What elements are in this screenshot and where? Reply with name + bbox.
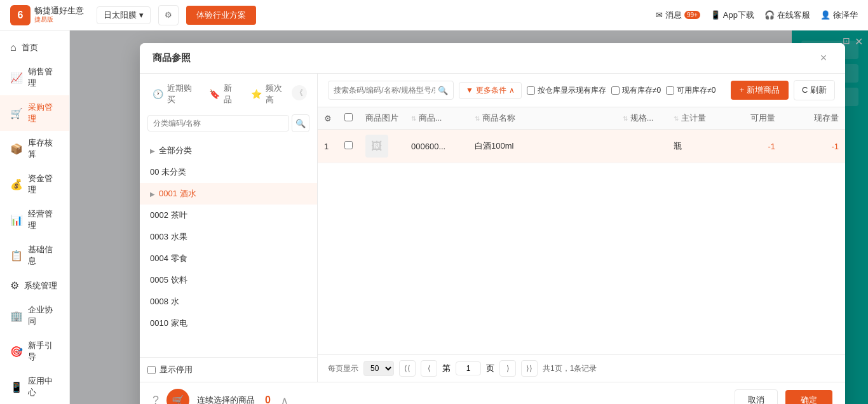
tab-recent[interactable]: 🕐 近期购买 — [145, 79, 200, 109]
app-download-label: App下载 — [723, 10, 754, 21]
help-icon[interactable]: ? — [153, 394, 159, 405]
avatar-icon: 👤 — [820, 10, 831, 20]
refresh-btn[interactable]: C 刷新 — [794, 80, 835, 100]
sidebar-item-finance[interactable]: 💰 资金管理 — [0, 166, 69, 202]
cancel-btn[interactable]: 取消 — [735, 389, 778, 404]
stock-ne0-checkbox[interactable]: 现有库存≠0 — [611, 85, 661, 96]
online-service-btn[interactable]: 🎧 在线客服 — [764, 10, 810, 21]
right-panel: 🔍 ▼ 更多条件 ∧ 按仓库显示现有库存 — [318, 74, 845, 382]
last-page-btn[interactable]: ⟩⟩ — [521, 360, 538, 377]
sidebar-label-system: 系统管理 — [24, 280, 57, 292]
cat-all[interactable]: ▶ 全部分类 — [140, 140, 317, 161]
headset-icon: 🎧 — [764, 10, 775, 20]
system-icon: ⚙ — [10, 279, 19, 292]
cart-icon[interactable]: 🛒 — [166, 389, 189, 404]
collapse-left-btn[interactable]: 《 — [292, 85, 307, 100]
row-num: 1 — [324, 142, 329, 151]
filter-icon: ▼ — [466, 86, 473, 95]
product-search-input[interactable] — [334, 86, 435, 95]
col-spec-header[interactable]: ⇅ 规格... — [616, 107, 667, 130]
show-disabled-checkbox[interactable] — [147, 366, 156, 374]
modal-close-btn[interactable]: × — [815, 50, 832, 67]
cat-0001[interactable]: ▶ 0001 酒水 — [140, 183, 317, 205]
col-settings-header[interactable]: ⚙ — [318, 107, 338, 130]
add-product-btn[interactable]: + 新增商品 — [731, 81, 789, 100]
product-search-icon[interactable]: 🔍 — [438, 86, 448, 95]
guide-icon: 🎯 — [10, 346, 23, 358]
cart-count: 0 — [265, 394, 271, 404]
avail-ne0-checkbox[interactable]: 可用库存≠0 — [666, 85, 715, 96]
sidebar-item-enterprise[interactable]: 🏢 企业协同 — [0, 298, 69, 333]
per-page-select[interactable]: 50 — [363, 361, 394, 376]
sidebar-item-guide[interactable]: 🎯 新手引导 — [0, 333, 69, 369]
first-page-btn[interactable]: ⟨⟨ — [399, 360, 416, 377]
next-page-btn[interactable]: ⟩ — [499, 360, 516, 377]
modal-body: 🕐 近期购买 🔖 新品 ⭐ 频次高 — [140, 74, 845, 382]
product-table: ⚙ 商品图片 ⇅ 商品... — [318, 107, 845, 163]
row-stock-cell: -1 — [782, 130, 845, 163]
col-unit-header[interactable]: ⇅ 主计量 — [667, 107, 718, 130]
filter-collapse-icon: ∧ — [509, 86, 515, 95]
settings-icon[interactable]: ⚙ — [158, 5, 179, 25]
cat-00-label: 00 未分类 — [150, 166, 186, 178]
left-panel: 🕐 近期购买 🔖 新品 ⭐ 频次高 — [140, 74, 318, 382]
cat-00[interactable]: 00 未分类 — [140, 161, 317, 183]
sidebar-label-basic: 基础信息 — [28, 244, 59, 267]
modal-header: 商品参照 × — [140, 43, 845, 74]
sidebar-item-home[interactable]: ⌂ 首页 — [0, 36, 69, 60]
sidebar-label-app-center: 应用中心 — [28, 375, 59, 398]
page-input[interactable] — [456, 361, 481, 375]
sidebar-item-system[interactable]: ⚙ 系统管理 — [0, 273, 69, 298]
app-download-btn[interactable]: 📱 App下载 — [710, 10, 754, 21]
confirm-btn[interactable]: 确定 — [785, 390, 832, 404]
filter-more-label: 更多条件 — [476, 85, 506, 96]
sidebar-label-enterprise: 企业协同 — [28, 304, 59, 327]
select-all-checkbox[interactable] — [344, 113, 353, 121]
col-name-header[interactable]: ⇅ 商品名称 — [468, 107, 616, 130]
sidebar-item-operations[interactable]: 📊 经营管理 — [0, 202, 69, 238]
tab-frequent[interactable]: ⭐ 频次高 — [243, 79, 292, 109]
sidebar-item-app-center[interactable]: 📱 应用中心 — [0, 369, 69, 404]
col-code-header[interactable]: ⇅ 商品... — [405, 107, 468, 130]
navbar: 6 畅捷通好生意 捷易版 日太阳膜 ▾ ⚙ 体验行业方案 ✉ 消息 99+ 📱 … — [0, 0, 868, 30]
cat-0010-label: 0010 家电 — [150, 318, 187, 329]
table-row[interactable]: 1 🖼 000600... — [318, 130, 845, 163]
page-prefix: 第 — [442, 363, 451, 374]
continuous-label: 连续选择的商品 — [197, 394, 255, 404]
cat-0008[interactable]: 0008 水 — [140, 291, 317, 313]
collapse-footer-icon[interactable]: ∧ — [281, 394, 288, 405]
cat-0005[interactable]: 0005 饮料 — [140, 269, 317, 291]
product-avail: -1 — [768, 142, 775, 151]
cat-0003[interactable]: 0003 水果 — [140, 226, 317, 248]
tab-recent-label: 近期购买 — [167, 83, 193, 105]
warehouse-display-checkbox[interactable]: 按仓库显示现有库存 — [527, 85, 606, 96]
row-checkbox[interactable] — [344, 141, 353, 149]
sidebar-label-purchase: 采购管理 — [28, 102, 59, 125]
message-btn[interactable]: ✉ 消息 99+ — [656, 10, 700, 21]
row-checkbox-cell[interactable] — [338, 130, 359, 163]
filter-more-btn[interactable]: ▼ 更多条件 ∧ — [459, 82, 522, 99]
modal-title: 商品参照 — [153, 52, 191, 64]
category-search-btn[interactable]: 🔍 — [292, 114, 309, 132]
cat-0010[interactable]: 0010 家电 — [140, 313, 317, 334]
tab-new[interactable]: 🔖 新品 — [201, 79, 243, 109]
company-selector[interactable]: 日太阳膜 ▾ — [97, 6, 151, 24]
sidebar-item-basic[interactable]: 📋 基础信息 — [0, 238, 69, 273]
logo-sub: 捷易版 — [34, 15, 84, 24]
trial-btn[interactable]: 体验行业方案 — [186, 6, 256, 25]
show-disabled-toggle[interactable]: 显示停用 — [147, 364, 193, 375]
sidebar-item-inventory[interactable]: 📦 库存核算 — [0, 131, 69, 166]
cat-0004[interactable]: 0004 零食 — [140, 248, 317, 269]
cat-0002[interactable]: 0002 茶叶 — [140, 205, 317, 226]
mobile-icon: 📱 — [710, 10, 721, 20]
sidebar-item-sales[interactable]: 📈 销售管理 — [0, 60, 69, 95]
product-name: 白酒100ml — [475, 141, 513, 151]
prev-page-btn[interactable]: ⟨ — [421, 360, 437, 377]
logo-icon: 6 — [10, 5, 31, 25]
sidebar-item-purchase[interactable]: 🛒 采购管理 — [0, 95, 69, 131]
user-menu[interactable]: 👤 徐泽华 — [820, 10, 858, 21]
col-check-header[interactable] — [338, 107, 359, 130]
cat-0008-label: 0008 水 — [150, 296, 179, 307]
category-search-input[interactable] — [147, 115, 289, 131]
col-avail-header: 可用量 — [718, 107, 782, 130]
